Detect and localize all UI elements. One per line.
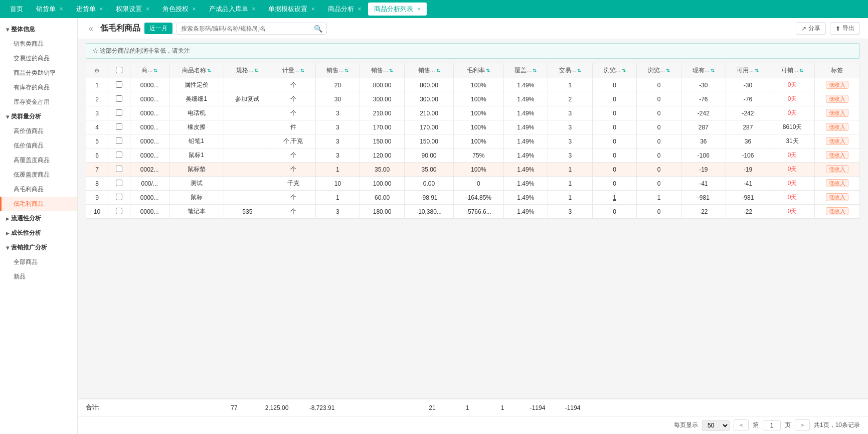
row-stock-available: -22 bbox=[726, 205, 770, 219]
col-unit[interactable]: 计量...⇅ bbox=[271, 63, 316, 78]
row-stock-current: -19 bbox=[681, 163, 726, 177]
row-select-checkbox[interactable] bbox=[116, 81, 122, 88]
row-select-checkbox[interactable] bbox=[116, 208, 122, 214]
sidebar-item-category-rate[interactable]: 商品分类助销率 bbox=[0, 66, 77, 80]
nav-sales[interactable]: 销货单 × bbox=[30, 3, 69, 16]
row-sales-amount: -98.91 bbox=[404, 191, 453, 205]
sidebar-item-stock-capital[interactable]: 库存资金占用 bbox=[0, 95, 77, 109]
nav-home[interactable]: 首页 bbox=[4, 3, 29, 16]
row-checkbox[interactable] bbox=[108, 106, 130, 120]
col-trade[interactable]: 交易...⇅ bbox=[548, 63, 593, 78]
next-page-button[interactable]: ＞ bbox=[795, 419, 810, 431]
nav-template[interactable]: 单据模板设置 × bbox=[262, 3, 321, 16]
arrow-marketing: ▾ bbox=[6, 244, 9, 251]
row-checkbox[interactable] bbox=[108, 120, 130, 134]
col-spec[interactable]: 规格...⇅ bbox=[224, 63, 271, 78]
sidebar-section-cluster[interactable]: ▾ 类群量分析 bbox=[0, 109, 77, 124]
total-stock-current: -1194 bbox=[520, 404, 555, 411]
row-checkbox[interactable] bbox=[108, 134, 130, 149]
sidebar-item-high-coverage[interactable]: 高覆盖度商品 bbox=[0, 153, 77, 168]
settings-icon[interactable]: ⚙ bbox=[94, 67, 100, 74]
row-checkbox[interactable] bbox=[108, 205, 130, 219]
row-sales-amount: -10,380... bbox=[404, 205, 453, 219]
col-sales-amount[interactable]: 销售...⇅ bbox=[404, 63, 453, 78]
row-sales-price: 800.00 bbox=[360, 78, 405, 92]
sidebar-item-low-value[interactable]: 低价值商品 bbox=[0, 138, 77, 153]
row-checkbox[interactable] bbox=[108, 92, 130, 106]
sidebar-item-low-margin[interactable]: 低毛利商品 bbox=[0, 197, 77, 211]
sidebar-item-sales-goods[interactable]: 销售类商品 bbox=[0, 37, 77, 51]
export-button[interactable]: ⬆ 导出 bbox=[830, 22, 860, 35]
nav-analysis[interactable]: 商品分析 × bbox=[322, 3, 368, 16]
col-stock-saleable[interactable]: 可销...⇅ bbox=[770, 63, 815, 78]
sidebar-item-traded-goods[interactable]: 交易过的商品 bbox=[0, 51, 77, 66]
row-select-checkbox[interactable] bbox=[116, 137, 122, 144]
col-settings[interactable]: ⚙ bbox=[86, 63, 108, 78]
sidebar-item-high-value[interactable]: 高价值商品 bbox=[0, 124, 77, 138]
row-checkbox[interactable] bbox=[108, 163, 130, 177]
row-coverage: 1.49% bbox=[503, 205, 548, 219]
row-select-checkbox[interactable] bbox=[116, 152, 122, 158]
col-sales-price[interactable]: 销售...⇅ bbox=[360, 63, 405, 78]
table-container[interactable]: ⚙ 商...⇅ 商品名称⇅ 规格...⇅ 计量...⇅ 销售...⇅ 销售...… bbox=[86, 63, 860, 398]
col-code[interactable]: 商...⇅ bbox=[130, 63, 169, 78]
row-stock-current: -30 bbox=[681, 78, 726, 92]
sidebar-item-new-goods[interactable]: 新品 bbox=[0, 269, 77, 284]
row-browse1: 0 bbox=[592, 134, 637, 149]
arrow-circulation: ▸ bbox=[6, 215, 9, 222]
sidebar-section-circulation[interactable]: ▸ 流通性分析 bbox=[0, 211, 77, 226]
row-checkbox[interactable] bbox=[108, 177, 130, 191]
nav-permission[interactable]: 权限设置 × bbox=[110, 3, 155, 16]
row-select-checkbox[interactable] bbox=[116, 109, 122, 116]
col-checkbox[interactable] bbox=[108, 63, 130, 78]
collapse-button[interactable]: « bbox=[86, 23, 96, 34]
col-browse2[interactable]: 浏览...⇅ bbox=[637, 63, 681, 78]
row-select-checkbox[interactable] bbox=[116, 95, 122, 102]
row-unit: 个 bbox=[271, 163, 316, 177]
nav-purchase[interactable]: 进货单 × bbox=[70, 3, 109, 16]
col-stock-current[interactable]: 现有...⇅ bbox=[681, 63, 726, 78]
row-select-checkbox[interactable] bbox=[116, 166, 122, 172]
row-checkbox[interactable] bbox=[108, 78, 130, 92]
sidebar-section-overall[interactable]: ▾ 整体信息 bbox=[0, 22, 77, 37]
select-all-checkbox[interactable] bbox=[116, 67, 122, 73]
sidebar-item-all-goods[interactable]: 全部商品 bbox=[0, 255, 77, 269]
main-layout: ▾ 整体信息 销售类商品 交易过的商品 商品分类助销率 有库存的商品 库存资金占… bbox=[0, 18, 868, 434]
date-filter-button[interactable]: 近一月 bbox=[144, 23, 172, 34]
nav-role[interactable]: 角色授权 × bbox=[156, 3, 202, 16]
nav-analysis-list[interactable]: 商品分析列表 × bbox=[368, 3, 427, 16]
search-input[interactable] bbox=[181, 25, 314, 32]
sort-stock-available-icon: ⇅ bbox=[755, 68, 759, 73]
total-gross bbox=[344, 404, 380, 411]
sidebar-section-growth[interactable]: ▸ 成长性分析 bbox=[0, 226, 77, 240]
search-icon[interactable]: 🔍 bbox=[314, 25, 322, 33]
col-sales-qty[interactable]: 销售...⇅ bbox=[315, 63, 360, 78]
row-checkbox[interactable] bbox=[108, 191, 130, 205]
sidebar-item-stock-goods[interactable]: 有库存的商品 bbox=[0, 80, 77, 95]
share-button[interactable]: ↗ 分享 bbox=[796, 22, 826, 35]
col-stock-available[interactable]: 可用...⇅ bbox=[726, 63, 770, 78]
row-sales-qty: 3 bbox=[315, 205, 360, 219]
row-gross-margin: 75% bbox=[454, 149, 503, 163]
col-name[interactable]: 商品名称⇅ bbox=[169, 63, 224, 78]
row-checkbox[interactable] bbox=[108, 149, 130, 163]
row-spec bbox=[224, 78, 271, 92]
row-sales-amount: 210.00 bbox=[404, 106, 453, 120]
row-sales-price: 60.00 bbox=[360, 191, 405, 205]
nav-product-entry[interactable]: 产成品入库单 × bbox=[203, 3, 262, 16]
row-stock-available: -76 bbox=[726, 92, 770, 106]
per-page-select[interactable]: 50 100 200 bbox=[702, 420, 730, 431]
col-gross-margin[interactable]: 毛利率⇅ bbox=[454, 63, 503, 78]
sidebar-item-high-margin[interactable]: 高毛利商品 bbox=[0, 182, 77, 197]
row-browse1[interactable]: 1 bbox=[592, 191, 637, 205]
prev-page-button[interactable]: ＜ bbox=[734, 419, 749, 431]
sidebar-section-marketing[interactable]: ▾ 营销推广分析 bbox=[0, 240, 77, 255]
sidebar-item-low-coverage[interactable]: 低覆盖度商品 bbox=[0, 168, 77, 182]
row-select-checkbox[interactable] bbox=[116, 123, 122, 130]
row-select-checkbox[interactable] bbox=[116, 180, 122, 186]
col-browse1[interactable]: 浏览...⇅ bbox=[592, 63, 637, 78]
table-row: 1 0000... 属性定价 个 20 800.00 800.00 100% 1… bbox=[86, 78, 860, 92]
current-page-input[interactable] bbox=[763, 420, 781, 430]
row-select-checkbox[interactable] bbox=[116, 194, 122, 200]
col-coverage[interactable]: 覆盖...⇅ bbox=[503, 63, 548, 78]
